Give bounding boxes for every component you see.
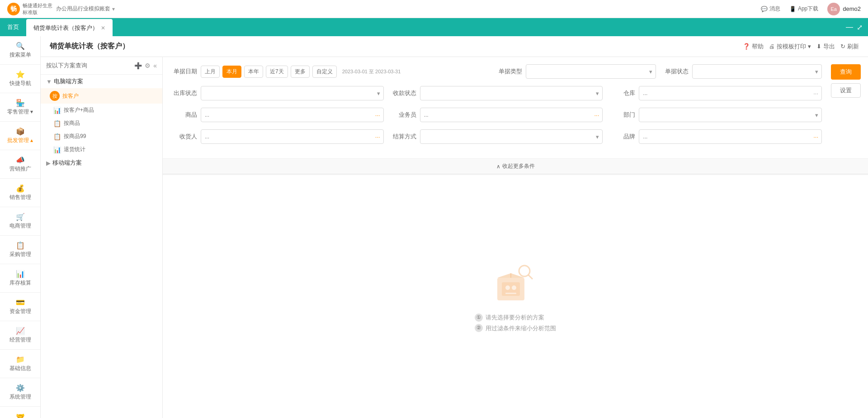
- top-header: 畅 畅捷通好生意 标准版 办公用品行业模拟账套 ▾ 💬 消息 📱 App下载: [0, 0, 868, 18]
- operation-icon: 📈: [2, 327, 38, 335]
- date-btn-this-year[interactable]: 本年: [244, 66, 263, 78]
- filter-actions: 查询 设置: [831, 57, 868, 158]
- breadcrumb-dropdown-icon[interactable]: ▾: [112, 6, 115, 12]
- sidebar-item-label: 零售管理 ▾: [2, 108, 38, 116]
- out-status-input[interactable]: [201, 86, 384, 100]
- department-input[interactable]: [639, 108, 822, 122]
- query-button[interactable]: 查询: [831, 64, 861, 80]
- tree-item-return-stat[interactable]: 📊 退货统计: [41, 143, 162, 156]
- scheme-collapse-icon[interactable]: «: [153, 62, 157, 69]
- doc-status-select-wrapper: ▾: [692, 64, 822, 79]
- scheme-add-icon[interactable]: ➕: [134, 62, 142, 69]
- sidebar-item-purchase-mgmt[interactable]: 📋 采购管理: [0, 236, 40, 264]
- tab-home[interactable]: 首页: [0, 18, 26, 36]
- tree-item-by-product[interactable]: 📋 按商品: [41, 117, 162, 130]
- warehouse-input[interactable]: [639, 86, 822, 100]
- tree-expand-icon2: ▶: [46, 160, 51, 166]
- consignee-input[interactable]: [201, 129, 384, 144]
- sidebar-item-label: 库存核算: [2, 279, 38, 287]
- out-status-label: 出库状态: [172, 89, 197, 97]
- sidebar-item-corp-collab[interactable]: 🤝 企业协同: [0, 407, 40, 418]
- doc-status-group: 单据状态 ▾: [663, 64, 822, 79]
- tree-item-by-product-99[interactable]: 📋 按商品99: [41, 130, 162, 143]
- settlement-input[interactable]: [420, 129, 603, 144]
- sidebar-item-inventory[interactable]: 📊 库存核算: [0, 264, 40, 293]
- salesperson-ellipsis-icon: ···: [594, 112, 599, 119]
- tab-sales-stat[interactable]: 销货单统计表（按客户） ✕: [26, 19, 113, 37]
- sidebar-item-basic-info[interactable]: 📁 基础信息: [0, 350, 40, 378]
- tree-item-label: 按商品99: [64, 133, 86, 140]
- sidebar-item-ecom-mgmt[interactable]: 🛒 电商管理: [0, 207, 40, 236]
- tree-category-pc[interactable]: ▼ 电脑端方案: [41, 75, 162, 88]
- corp-collab-icon: 🤝: [2, 412, 38, 418]
- refresh-button[interactable]: ↻ 刷新: [840, 43, 859, 51]
- system-mgmt-icon: ⚙️: [2, 384, 38, 392]
- header-right: 💬 消息 📱 App下载 Ea demo2: [761, 3, 861, 15]
- sidebar-item-wholesale-mgmt[interactable]: 📦 批发管理 ▴: [0, 122, 40, 150]
- doc-type-select-wrapper: ▾: [526, 64, 656, 79]
- filter-form: 单据日期 上月 本月 本年 近7天 更多 自定义: [163, 57, 831, 158]
- tree-item-label: 按客户+商品: [64, 106, 94, 114]
- tab-close-icon[interactable]: ✕: [101, 25, 105, 31]
- ecom-mgmt-icon: 🛒: [2, 213, 38, 221]
- sidebar-item-marketing[interactable]: 📣 营销推广: [0, 150, 40, 179]
- sidebar-item-system-mgmt[interactable]: ⚙️ 系统管理: [0, 378, 40, 407]
- warehouse-select-wrapper: ···: [639, 86, 822, 100]
- salesperson-input[interactable]: [420, 108, 603, 122]
- out-status-group: 出库状态 ▾: [172, 86, 384, 100]
- tree-expand-icon: ▼: [46, 78, 52, 85]
- message-button[interactable]: 💬 消息: [761, 5, 780, 13]
- collapse-bar[interactable]: ∧ 收起更多条件: [163, 158, 868, 174]
- date-btn-last-7-days[interactable]: 近7天: [266, 66, 288, 78]
- sidebar-item-label: 资金管理: [2, 308, 38, 315]
- tree-item-by-customer[interactable]: 按 按客户: [41, 88, 162, 104]
- settings-button[interactable]: 设置: [831, 83, 861, 98]
- help-button[interactable]: ❓ 帮助: [743, 43, 764, 51]
- app-download-button[interactable]: 📱 App下载: [789, 5, 818, 13]
- window-maximize-button[interactable]: ⤢: [857, 23, 863, 32]
- date-btn-last-month[interactable]: 上月: [201, 66, 220, 78]
- window-minimize-button[interactable]: —: [846, 23, 853, 31]
- sales-stat-tab-label: 销货单统计表（按客户）: [33, 24, 98, 32]
- page-header: 销货单统计表（按客户） ❓ 帮助 🖨 按模板打印 ▾ ⬇ 导出: [41, 36, 868, 57]
- date-btn-more[interactable]: 更多: [291, 66, 310, 78]
- inventory-icon: 📊: [2, 270, 38, 278]
- export-button[interactable]: ⬇ 导出: [816, 43, 835, 51]
- warehouse-ellipsis-icon: ···: [813, 90, 818, 97]
- sidebar: 🔍 搜索菜单 ⭐ 快捷导航 🏪 零售管理 ▾ 📦 批发管理 ▴ 📣 营销推广 💰: [0, 36, 41, 418]
- doc-status-input[interactable]: [692, 64, 822, 79]
- sidebar-item-retail-mgmt[interactable]: 🏪 零售管理 ▾: [0, 93, 40, 122]
- brand-input[interactable]: [639, 129, 822, 144]
- tree-item-by-customer-product[interactable]: 📊 按客户+商品: [41, 104, 162, 117]
- salesperson-select-wrapper: ···: [420, 108, 603, 122]
- scheme-settings-icon[interactable]: ⚙: [145, 62, 151, 69]
- sidebar-item-finance[interactable]: 💳 资金管理: [0, 293, 40, 321]
- payment-status-input[interactable]: [420, 86, 603, 100]
- user-profile[interactable]: Ea demo2: [827, 3, 861, 15]
- filter-row-1: 单据日期 上月 本月 本年 近7天 更多 自定义: [172, 64, 822, 79]
- user-name: demo2: [843, 5, 861, 12]
- empty-state: ① 请先选择要分析的方案 ② 用过滤条件来缩小分析范围: [163, 175, 868, 418]
- salesperson-label: 业务员: [391, 111, 416, 119]
- sidebar-item-sales-mgmt[interactable]: 💰 销售管理: [0, 179, 40, 207]
- main-area: 🔍 搜索菜单 ⭐ 快捷导航 🏪 零售管理 ▾ 📦 批发管理 ▴ 📣 营销推广 💰: [0, 36, 868, 418]
- sidebar-item-search-menu[interactable]: 🔍 搜索菜单: [0, 36, 40, 65]
- breadcrumb-text: 办公用品行业模拟账套: [56, 5, 110, 13]
- sidebar-item-label: 批发管理 ▴: [2, 137, 38, 144]
- svg-point-3: [519, 266, 530, 276]
- doc-type-input[interactable]: [526, 64, 656, 79]
- template-print-dropdown-icon: ▾: [808, 43, 811, 50]
- doc-type-group: 单据类型 ▾: [497, 64, 656, 79]
- right-panel: 单据日期 上月 本月 本年 近7天 更多 自定义: [163, 57, 868, 418]
- settlement-select-wrapper: ▾: [420, 129, 603, 144]
- tree-category-mobile[interactable]: ▶ 移动端方案: [41, 156, 162, 170]
- template-print-button[interactable]: 🖨 按模板打印 ▾: [769, 43, 811, 51]
- sidebar-item-operation[interactable]: 📈 经营管理: [0, 321, 40, 350]
- sidebar-item-quick-nav[interactable]: ⭐ 快捷导航: [0, 65, 40, 93]
- date-btn-this-month[interactable]: 本月: [222, 66, 241, 78]
- payment-status-select-wrapper: ▾: [420, 86, 603, 100]
- product-input[interactable]: [201, 108, 384, 122]
- home-tab-label: 首页: [7, 23, 19, 31]
- message-icon: 💬: [761, 6, 768, 12]
- date-btn-custom[interactable]: 自定义: [312, 66, 337, 78]
